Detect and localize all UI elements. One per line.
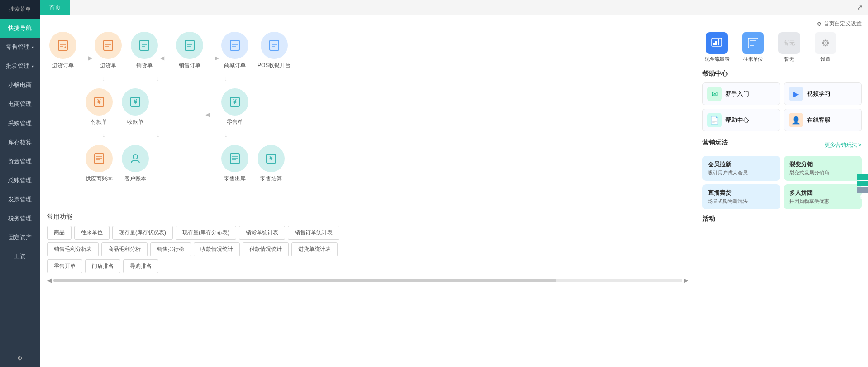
func-button[interactable]: 销售毛利分析表 (47, 242, 99, 256)
node-purchase-order[interactable]: 进货订单 (47, 27, 79, 74)
tab-bar: 首页 ⤢ (40, 0, 868, 15)
customize-label[interactable]: 首页自定义设置 (824, 20, 862, 28)
sales-bill-icon (131, 32, 158, 59)
scroll-left-button[interactable]: ◀ (47, 277, 52, 284)
help-center-section: 帮助中心 ✉ 新手入门 ▶ 视频学习 📄 帮助中心 👤 (702, 70, 862, 131)
shortcut-none[interactable]: 暂无 暂无 (775, 32, 804, 63)
expand-icon[interactable]: ⤢ (851, 3, 868, 12)
sidebar-item-fixed-assets[interactable]: 固定资产 (0, 228, 40, 247)
marketing-title: 营销玩法 (702, 139, 728, 147)
service-label: 在线客服 (807, 116, 830, 124)
func-button[interactable]: 商品毛利分析 (101, 242, 148, 256)
svg-text:¥: ¥ (269, 155, 273, 162)
more-marketing-link[interactable]: 更多营销玩法 > (825, 141, 862, 149)
func-button[interactable]: 付款情况统计 (243, 242, 289, 256)
svg-rect-43 (715, 41, 717, 45)
sidebar-item-finance[interactable]: 资金管理 (0, 152, 40, 171)
sidebar-item-label: 采购管理 (8, 120, 32, 126)
sidebar-item-general-ledger[interactable]: 总账管理 (0, 171, 40, 190)
main-area: 首页 ⤢ (40, 0, 868, 367)
scrollbar-thumb (53, 279, 556, 282)
node-receipt[interactable]: ¥ 收款单 (119, 84, 151, 130)
right-panel: ⚙ 首页自定义设置 现金流量表 (696, 15, 868, 367)
node-retail-settlement[interactable]: ¥ 零售结算 (255, 140, 287, 187)
node-customer-account[interactable]: 客户账本 (119, 140, 151, 187)
svg-point-34 (133, 155, 138, 159)
sidebar-item-ecom[interactable]: 电商管理 (0, 95, 40, 114)
node-sales-order[interactable]: 销售订单 (174, 27, 205, 74)
scrollbar-track[interactable] (53, 279, 682, 282)
node-payment[interactable]: ¥ 付款单 (83, 84, 115, 130)
func-button[interactable]: 进货单统计表 (291, 242, 338, 256)
service-community-button[interactable]: 服务社区 (857, 181, 868, 186)
tab-home-label: 首页 (49, 4, 61, 12)
mall-order-icon (221, 32, 248, 59)
svg-rect-0 (58, 40, 67, 50)
func-button[interactable]: 现存量(库存状况表) (112, 226, 173, 240)
marketing-grid: 会员拉新 吸引用户成为会员 裂变分销 裂变式发展分销商 直播卖货 场景式购物新玩… (702, 156, 862, 209)
sidebar-search[interactable]: 搜索菜单 (0, 0, 40, 19)
sidebar-settings-button[interactable]: ⚙ (0, 349, 40, 367)
node-pos-cashier[interactable]: POS收银开台 (255, 27, 293, 74)
svg-text:¥: ¥ (97, 98, 101, 105)
func-button[interactable]: 现存量(库存分布表) (176, 226, 236, 240)
func-buttons-row3: 零售开单门店排名导购排名 (47, 259, 688, 273)
marketing-item-member[interactable]: 会员拉新 吸引用户成为会员 (702, 156, 780, 181)
node-mall-order[interactable]: 商城订单 (219, 27, 251, 74)
receipt-icon: ¥ (122, 88, 149, 116)
sidebar-item-retail[interactable]: 零售管理 ▾ (0, 38, 40, 57)
func-button[interactable]: 导购排名 (123, 259, 158, 273)
marketing-header: 营销玩法 更多营销玩法 > (702, 139, 862, 151)
func-button[interactable]: 收款情况统计 (194, 242, 240, 256)
sidebar-item-inventory[interactable]: 库存核算 (0, 133, 40, 152)
func-button[interactable]: 销售排行榜 (150, 242, 191, 256)
sidebar-item-label: 工资 (14, 253, 26, 260)
customer-service-button[interactable]: 客服热线 (857, 174, 868, 180)
sidebar-item-xiaochange[interactable]: 小畅电商 (0, 76, 40, 95)
beginner-label: 新手入门 (725, 90, 749, 98)
func-button[interactable]: 零售开单 (47, 259, 82, 273)
help-item-service[interactable]: 👤 在线客服 (784, 109, 862, 131)
marketing-item-live[interactable]: 直播卖货 场景式购物新玩法 (702, 184, 780, 209)
shortcut-settings[interactable]: ⚙ 设置 (811, 32, 840, 63)
sidebar-item-invoice[interactable]: 发票管理 (0, 190, 40, 209)
scroll-right-button[interactable]: ▶ (684, 277, 688, 284)
sidebar-item-label: 固定资产 (8, 234, 32, 241)
svg-rect-30 (95, 154, 104, 164)
settings-icon: ⚙ (815, 32, 836, 54)
marketing-item-fission[interactable]: 裂变分销 裂变式发展分销商 (784, 156, 862, 181)
svg-text:¥: ¥ (233, 98, 237, 105)
sidebar-item-salary[interactable]: 工资 (0, 247, 40, 266)
help-item-beginner[interactable]: ✉ 新手入门 (702, 82, 780, 105)
chevron-down-icon: ▾ (32, 45, 34, 50)
func-button[interactable]: 门店排名 (85, 259, 120, 273)
svg-rect-8 (140, 40, 149, 50)
shortcut-contacts[interactable]: 往来单位 (739, 32, 768, 63)
sidebar-item-purchase[interactable]: 采购管理 (0, 114, 40, 133)
svg-rect-12 (185, 40, 194, 50)
tab-home[interactable]: 首页 (40, 0, 70, 15)
node-supplier-account[interactable]: 供应商账本 (83, 140, 115, 187)
sidebar-item-label: 发票管理 (8, 196, 32, 203)
func-button[interactable]: 销售订单统计表 (288, 226, 339, 240)
svg-rect-4 (104, 40, 113, 50)
help-item-help[interactable]: 📄 帮助中心 (702, 109, 780, 131)
sidebar-item-quick-nav[interactable]: 快捷导航 (0, 19, 40, 38)
func-button[interactable]: 商品 (47, 226, 72, 240)
sidebar-item-label: 批发管理 (6, 63, 29, 69)
sidebar-item-tax[interactable]: 税务管理 (0, 209, 40, 228)
node-retail-warehouse[interactable]: 零售出库 (219, 140, 251, 187)
node-purchase-bill[interactable]: 进货单 (92, 27, 124, 74)
marketing-item-group[interactable]: 多人拼团 拼团购物享受优惠 (784, 184, 862, 209)
shortcut-cash-flow[interactable]: 现金流量表 (702, 32, 731, 63)
purchase-order-icon (49, 32, 76, 59)
desktop-shortcut-button[interactable]: 桌面快捷 (857, 187, 868, 193)
payment-icon: ¥ (86, 88, 113, 116)
customer-account-icon (122, 145, 149, 172)
node-sales-bill[interactable]: 销货单 (129, 27, 160, 74)
func-button[interactable]: 往来单位 (74, 226, 110, 240)
node-retail-bill[interactable]: ¥ 零售单 (219, 84, 251, 130)
help-item-video[interactable]: ▶ 视频学习 (784, 82, 862, 105)
sidebar-item-wholesale[interactable]: 批发管理 ▾ (0, 57, 40, 76)
func-button[interactable]: 销货单统计表 (239, 226, 285, 240)
